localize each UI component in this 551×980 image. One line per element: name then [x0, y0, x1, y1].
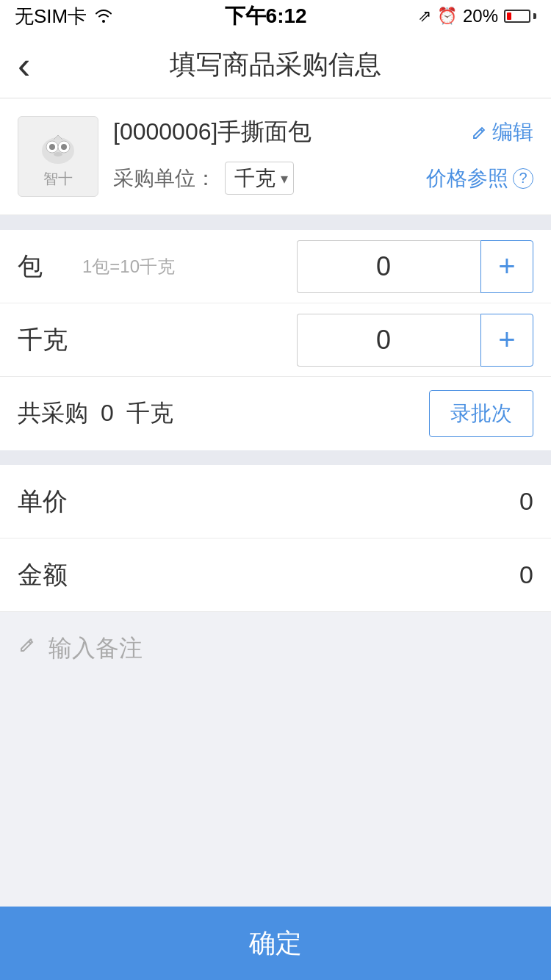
- summary-amount: 0: [101, 400, 114, 426]
- battery-percent: 20%: [463, 6, 498, 26]
- amount-label: 金额: [18, 558, 68, 592]
- product-logo-text: 智十: [43, 169, 73, 189]
- svg-point-3: [49, 144, 55, 150]
- back-button[interactable]: ‹: [18, 43, 30, 87]
- remark-placeholder: 输入备注: [48, 633, 143, 665]
- unit-price-label: 单价: [18, 485, 68, 519]
- section-divider-1: [0, 215, 551, 230]
- bag-input-row: 包 1包=10千克 +: [0, 230, 551, 303]
- svg-point-5: [54, 152, 62, 156]
- summary-text: 共采购 0 千克: [18, 397, 173, 430]
- unit-price-row: 单价 0: [0, 465, 551, 538]
- price-ref-button[interactable]: 价格参照 ?: [426, 165, 533, 192]
- status-time: 下午6:12: [225, 2, 307, 30]
- svg-point-4: [61, 144, 67, 150]
- alarm-icon: ⏰: [437, 7, 457, 26]
- bag-sublabel: 1包=10千克: [82, 255, 175, 278]
- wifi-icon: [94, 5, 113, 28]
- price-ref-label: 价格参照: [426, 165, 508, 192]
- unit-price-value: 0: [519, 487, 533, 516]
- amount-row: 金额 0: [0, 538, 551, 612]
- kg-input-row: 千克 +: [0, 303, 551, 377]
- bag-label: 包: [18, 250, 76, 284]
- info-section: 单价 0 金额 0: [0, 465, 551, 612]
- confirm-button[interactable]: 确定: [249, 926, 302, 962]
- bag-plus-button[interactable]: +: [480, 240, 533, 293]
- unit-select[interactable]: 千克: [225, 162, 294, 195]
- unit-label: 采购单位：: [113, 165, 216, 192]
- content-spacer: [0, 700, 551, 920]
- help-icon: ?: [513, 168, 533, 189]
- svg-point-0: [42, 137, 74, 164]
- kg-input[interactable]: [297, 314, 480, 367]
- product-image: 智十: [18, 116, 98, 197]
- product-card: 智十 [0000006]手撕面包 编辑 采购单位：: [0, 98, 551, 215]
- edit-button[interactable]: 编辑: [472, 118, 533, 146]
- kg-label: 千克: [18, 323, 76, 357]
- page-title: 填写商品采购信息: [170, 47, 381, 83]
- remark-section[interactable]: 输入备注: [0, 612, 551, 700]
- input-section: 包 1包=10千克 + 千克 + 共采购 0: [0, 230, 551, 450]
- edit-label: 编辑: [492, 118, 533, 146]
- batch-button[interactable]: 录批次: [429, 390, 533, 437]
- unit-select-wrapper[interactable]: 千克: [225, 162, 294, 195]
- product-info: [0000006]手撕面包 编辑 采购单位： 千克: [113, 116, 533, 195]
- bag-input[interactable]: [297, 240, 480, 293]
- product-name: [0000006]手撕面包: [113, 116, 311, 148]
- kg-plus-button[interactable]: +: [480, 314, 533, 367]
- bottom-bar: 确定: [0, 907, 551, 980]
- amount-value: 0: [519, 561, 533, 589]
- summary-row: 共采购 0 千克 录批次: [0, 377, 551, 450]
- battery-icon: [504, 10, 536, 23]
- carrier-label: 无SIM卡: [15, 4, 87, 29]
- pencil-icon: [18, 633, 40, 660]
- nav-bar: ‹ 填写商品采购信息: [0, 32, 551, 98]
- status-bar: 无SIM卡 下午6:12 ⇗ ⏰ 20%: [0, 0, 551, 32]
- section-divider-2: [0, 450, 551, 465]
- location-icon: ⇗: [418, 7, 431, 26]
